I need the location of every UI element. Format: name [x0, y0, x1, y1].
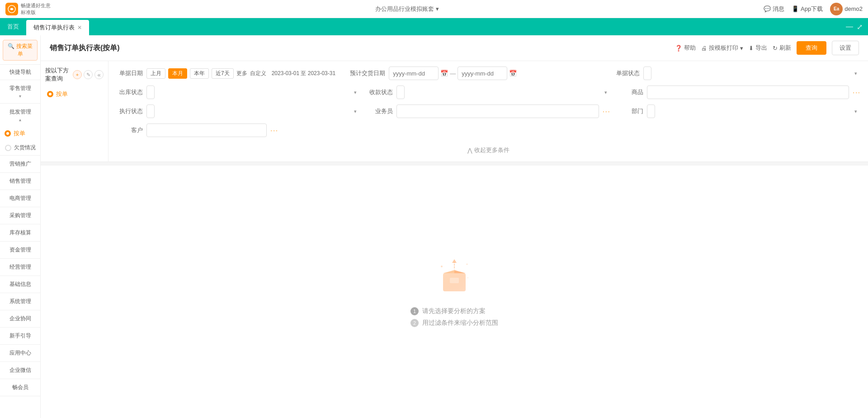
print-button[interactable]: 🖨 按模板打印 ▾ [701, 44, 743, 52]
breadcrumb: 办公用品行业模拟账套 ▾ [375, 5, 439, 13]
execution-status-select[interactable] [146, 104, 155, 118]
sidebar-search-button[interactable]: 🔍 搜索菜单 [3, 40, 38, 61]
avatar: Ea [830, 3, 843, 15]
more-date-button[interactable]: 更多 [236, 70, 247, 77]
sidebar-item-wechat[interactable]: 企业微信 [0, 362, 40, 379]
maximize-icon[interactable]: ⤢ [857, 23, 863, 31]
print-dropdown-icon: ▾ [740, 45, 743, 52]
search-row-3: 执行状态 业务员 ··· 部门 [116, 104, 861, 118]
sidebar-item-sales[interactable]: 销售管理 [0, 173, 40, 190]
sidebar-item-marketing[interactable]: 营销推广 [0, 156, 40, 172]
sidebar-item-system[interactable]: 系统管理 [0, 293, 40, 310]
custom-date-button[interactable]: 自定义 [250, 70, 266, 77]
scheme-sidebar: 按以下方案查询 + ✎ « 按单 [41, 61, 108, 162]
sidebar-item-ecommerce[interactable]: 电商管理 [0, 190, 40, 207]
search-actions-row: ⋀ 收起更多条件 [116, 142, 861, 156]
sidebar-item-finance[interactable]: 资金管理 [0, 242, 40, 258]
sidebar-item-operations[interactable]: 经营管理 [0, 259, 40, 276]
empty-steps: 1 请先选择要分析的方案 2 用过滤条件来缩小分析范围 [410, 307, 498, 331]
sidebar-sub-item-按单[interactable]: 按单 [0, 127, 40, 140]
sidebar-item-inventory[interactable]: 库存核算 [0, 224, 40, 241]
sidebar-section-guide: 新手引导 [0, 328, 40, 345]
delivery-status-select[interactable] [146, 86, 155, 99]
app-download-button[interactable]: 📱 App下载 [792, 5, 823, 13]
expected-date-start[interactable] [389, 66, 439, 80]
sidebar-item-app-center[interactable]: 应用中心 [0, 345, 40, 361]
customer-more-icon[interactable]: ··· [270, 127, 278, 134]
collapse-button[interactable]: ⋀ 收起更多条件 [467, 146, 509, 154]
collapse-icon: ⋀ [467, 147, 472, 154]
main-container: 🔍 搜索菜单 快捷导航 零售管理 ▾ 批发管理 ▴ 按单 [0, 35, 868, 418]
empty-step-2: 2 用过滤条件来缩小分析范围 [410, 319, 498, 327]
refresh-icon: ↻ [773, 45, 778, 52]
salesman-field: 业务员 ··· [366, 104, 610, 118]
collapse-scheme-button[interactable]: « [94, 70, 104, 79]
content-area: 销售订单执行表(按单) ❓ 帮助 🖨 按模板打印 ▾ ⬇ 导出 ↻ 刷新 [41, 35, 868, 418]
tab-close-icon[interactable]: ✕ [77, 24, 82, 31]
top-bar-right: 💬 消息 📱 App下载 Ea demo2 [764, 3, 863, 15]
query-button[interactable]: 查询 [797, 41, 826, 55]
sidebar: 🔍 搜索菜单 快捷导航 零售管理 ▾ 批发管理 ▴ 按单 [0, 35, 41, 418]
sidebar-section-ecommerce: 电商管理 [0, 190, 40, 207]
sidebar-item-basic-info[interactable]: 基础信息 [0, 276, 40, 293]
sidebar-section-enterprise: 企业协同 [0, 310, 40, 328]
sidebar-item-retail[interactable]: 零售管理 ▾ [0, 80, 40, 103]
receipt-status-select[interactable] [396, 86, 405, 99]
search-row-1: 单据日期 上月 本月 本年 近7天 更多 自定义 20 [116, 66, 861, 80]
sidebar-section-wechat: 企业微信 [0, 362, 40, 379]
app-icon: 📱 [792, 5, 799, 12]
top-bar-left: 畅捷通好生意 标准版 [5, 2, 51, 15]
sidebar-item-member[interactable]: 畅会员 [0, 379, 40, 396]
salesman-more-icon[interactable]: ··· [603, 108, 611, 115]
tab-home[interactable]: 首页 [0, 18, 26, 35]
sidebar-item-purchase[interactable]: 采购管理 [0, 207, 40, 224]
this-year-button[interactable]: 本年 [190, 68, 209, 79]
tab-bar: 首页 销售订单执行表 ✕ — ⤢ [0, 18, 868, 35]
setting-button[interactable]: 设置 [832, 41, 859, 55]
scheme-header: 按以下方案查询 + ✎ « [45, 66, 104, 83]
user-menu[interactable]: Ea demo2 [830, 3, 863, 15]
status-field: 单据状态 [613, 66, 861, 80]
sidebar-section-retail: 零售管理 ▾ [0, 80, 40, 104]
search-row-2: 出库状态 收款状态 [116, 86, 861, 99]
chevron-down-icon: ▾ [19, 94, 21, 99]
minimize-icon[interactable]: — [846, 23, 853, 31]
export-icon: ⬇ [749, 45, 754, 52]
sidebar-quick-nav[interactable]: 快捷导航 [0, 65, 40, 80]
print-icon: 🖨 [701, 45, 707, 52]
scheme-active-dot [47, 91, 53, 97]
sidebar-item-guide[interactable]: 新手引导 [0, 328, 40, 344]
breadcrumb-dropdown[interactable]: 办公用品行业模拟账套 ▾ [375, 5, 439, 13]
date-separator: — [450, 70, 456, 77]
last7days-button[interactable]: 近7天 [212, 68, 234, 79]
goods-more-icon[interactable]: ··· [853, 89, 861, 96]
status-select[interactable] [643, 66, 651, 80]
scheme-item-按单[interactable]: 按单 [45, 87, 104, 101]
sidebar-item-enterprise[interactable]: 企业协同 [0, 310, 40, 327]
refresh-button[interactable]: ↻ 刷新 [773, 44, 791, 52]
calendar-start-icon[interactable]: 📅 [440, 70, 448, 77]
sidebar-item-label: 零售管理 [9, 85, 31, 92]
message-button[interactable]: 💬 消息 [764, 5, 784, 13]
current-month-button[interactable]: 本月 [168, 68, 187, 79]
empty-state: 1 请先选择要分析的方案 2 用过滤条件来缩小分析范围 [41, 166, 868, 418]
calendar-end-icon[interactable]: 📅 [509, 70, 517, 77]
customer-input[interactable] [146, 124, 267, 137]
sidebar-section-wholesale: 批发管理 ▴ 按单 欠货情况 [0, 104, 40, 156]
edit-scheme-button[interactable]: ✎ [84, 70, 93, 79]
tab-sales-order-execution[interactable]: 销售订单执行表 ✕ [26, 20, 89, 35]
goods-input[interactable] [647, 86, 849, 99]
department-select[interactable] [647, 104, 655, 118]
help-button[interactable]: ❓ 帮助 [675, 44, 696, 52]
page-title: 销售订单执行表(按单) [50, 43, 120, 53]
receipt-status-wrapper [396, 86, 610, 99]
export-button[interactable]: ⬇ 导出 [749, 44, 767, 52]
add-scheme-button[interactable]: + [73, 70, 82, 79]
expected-date-end[interactable] [458, 66, 507, 80]
step-number-2: 2 [410, 319, 419, 327]
last-month-button[interactable]: 上月 [146, 68, 165, 79]
chevron-down-icon: ▾ [436, 5, 439, 12]
salesman-input[interactable] [396, 104, 599, 118]
sidebar-item-wholesale[interactable]: 批发管理 ▴ [0, 104, 40, 127]
sidebar-sub-item-欠货情况[interactable]: 欠货情况 [0, 140, 40, 155]
